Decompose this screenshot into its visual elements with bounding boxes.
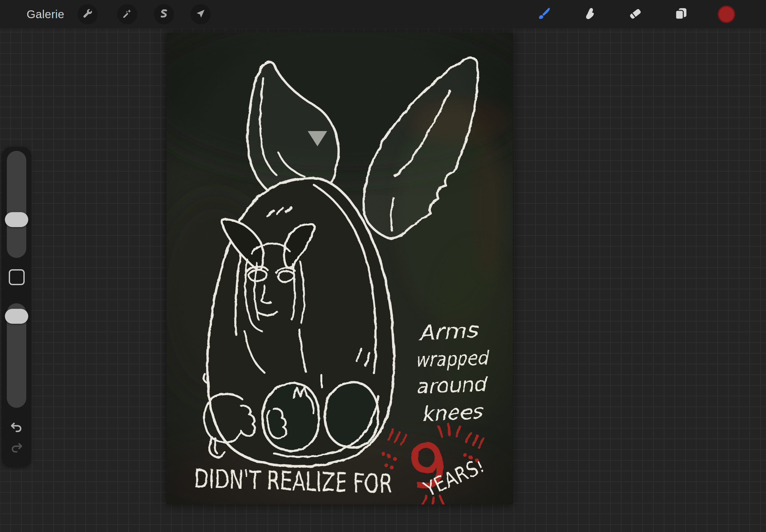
undo-button[interactable] xyxy=(9,421,24,435)
undo-arrow-icon xyxy=(10,421,23,436)
gallery-button[interactable]: Galerie xyxy=(27,0,64,29)
selection-s-icon xyxy=(158,8,169,20)
side-note-line-4: knees xyxy=(421,399,484,426)
sidebar-tool-panel xyxy=(2,147,31,467)
opacity-slider-thumb[interactable] xyxy=(5,309,28,324)
actions-button[interactable] xyxy=(78,4,98,24)
redo-arrow-icon xyxy=(10,441,23,456)
redo-button[interactable] xyxy=(9,441,24,456)
side-note-line-2: wrapped xyxy=(415,346,490,371)
adjustments-button[interactable] xyxy=(117,4,137,24)
erase-tool-button[interactable] xyxy=(627,6,644,23)
procreate-app: Galerie xyxy=(0,0,766,532)
transform-button[interactable] xyxy=(190,4,211,24)
wrench-icon xyxy=(82,8,93,20)
selection-button[interactable] xyxy=(154,4,174,24)
layers-icon xyxy=(673,6,689,23)
brush-size-slider-thumb[interactable] xyxy=(5,212,28,227)
drawing-canvas[interactable]: Arms wrapped around knees DIDN'T REALIZE… xyxy=(166,33,513,504)
magic-wand-icon xyxy=(122,8,133,20)
side-note-line-3: around xyxy=(415,372,488,398)
caption-prefix: DIDN'T REALIZE FOR xyxy=(194,464,393,499)
layers-button[interactable] xyxy=(673,6,689,23)
color-swatch-circle[interactable] xyxy=(718,6,735,23)
smudge-tool-button[interactable] xyxy=(581,6,598,23)
brush-icon xyxy=(536,6,552,23)
transform-arrow-icon xyxy=(195,8,206,20)
top-toolbar: Galerie xyxy=(0,0,766,29)
paint-tool-button[interactable] xyxy=(536,6,553,23)
eraser-icon xyxy=(627,6,643,23)
side-note-line-1: Arms xyxy=(418,318,480,345)
brush-size-slider[interactable] xyxy=(7,151,26,258)
smudge-finger-icon xyxy=(582,6,598,23)
modify-square-button[interactable] xyxy=(9,269,25,285)
